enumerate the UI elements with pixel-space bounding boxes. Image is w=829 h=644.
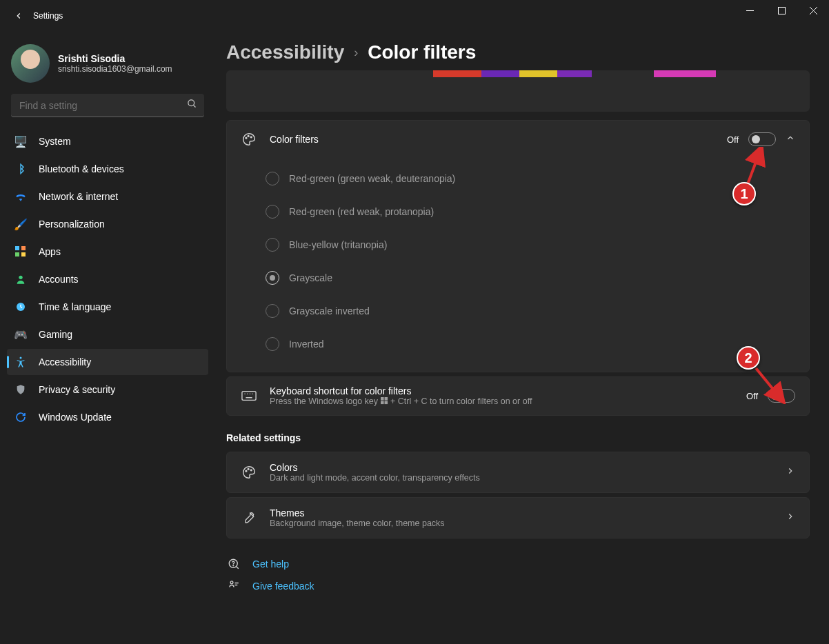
breadcrumb: Accessibility › Color filters [226, 41, 810, 63]
search-box[interactable] [11, 94, 204, 117]
sidebar-item-accessibility[interactable]: Accessibility [7, 349, 208, 375]
svg-rect-8 [15, 252, 19, 256]
time-icon [14, 300, 28, 314]
keyboard-shortcut-row[interactable]: Keyboard shortcut for color filters Pres… [227, 377, 809, 415]
minimize-button[interactable] [734, 0, 766, 21]
color-filter-options: Red-green (green weak, deuteranopia) Red… [227, 158, 809, 372]
sidebar-item-privacy[interactable]: Privacy & security [7, 376, 208, 403]
svg-rect-7 [21, 246, 26, 250]
sidebar-item-label: System [39, 136, 71, 147]
gaming-icon: 🎮 [14, 328, 28, 341]
get-help-link[interactable]: Get help [226, 552, 810, 574]
svg-point-4 [188, 100, 194, 106]
option-label: Grayscale [289, 272, 332, 283]
radio-icon [266, 238, 279, 252]
sidebar-item-label: Privacy & security [39, 384, 115, 395]
sidebar-item-bluetooth[interactable]: Bluetooth & devices [7, 156, 208, 182]
palette-icon [241, 465, 257, 480]
svg-rect-16 [242, 392, 256, 401]
related-link-subtitle: Dark and light mode, accent color, trans… [270, 473, 773, 483]
accounts-icon [14, 272, 28, 286]
sidebar-item-accounts[interactable]: Accounts [7, 266, 208, 292]
get-help-text[interactable]: Get help [252, 559, 289, 570]
svg-rect-9 [21, 252, 26, 256]
sidebar-item-time[interactable]: Time & language [7, 294, 208, 320]
color-wheel-preview [433, 70, 727, 77]
sidebar-item-personalization[interactable]: 🖌️ Personalization [7, 211, 208, 237]
chevron-right-icon [786, 512, 795, 524]
system-icon: 🖥️ [14, 134, 28, 148]
back-button[interactable] [12, 10, 25, 22]
color-filters-title: Color filters [270, 134, 715, 145]
svg-point-10 [19, 276, 22, 279]
accessibility-icon [14, 355, 28, 369]
profile-name: Srishti Sisodia [58, 53, 172, 64]
avatar [11, 44, 50, 83]
chevron-right-icon [786, 466, 795, 479]
sidebar-item-gaming[interactable]: 🎮 Gaming [7, 321, 208, 348]
option-deuteranopia[interactable]: Red-green (green weak, deuteranopia) [266, 162, 795, 195]
sidebar-item-label: Accounts [39, 274, 79, 285]
bluetooth-icon [14, 162, 28, 176]
svg-rect-22 [381, 397, 384, 401]
svg-point-14 [248, 136, 249, 137]
svg-rect-1 [778, 7, 785, 14]
chevron-up-icon[interactable] [786, 133, 795, 145]
shortcut-subtitle: Press the Windows logo key + Ctrl + C to… [270, 396, 734, 407]
svg-point-13 [246, 137, 247, 139]
option-grayscale[interactable]: Grayscale [266, 261, 795, 294]
close-button[interactable] [797, 0, 829, 21]
wifi-icon [14, 190, 28, 203]
sidebar-item-update[interactable]: Windows Update [7, 404, 208, 430]
breadcrumb-parent[interactable]: Accessibility [226, 41, 344, 63]
related-themes-card[interactable]: Themes Background image, theme color, th… [226, 497, 810, 539]
nav: 🖥️ System Bluetooth & devices Network & … [7, 128, 208, 430]
profile-email: srishti.sisodia1603@gmail.com [58, 64, 172, 74]
color-filters-header[interactable]: Color filters Off [227, 121, 809, 158]
option-label: Blue-yellow (tritanopia) [289, 239, 387, 250]
option-label: Inverted [289, 339, 324, 350]
give-feedback-text[interactable]: Give feedback [252, 581, 314, 592]
svg-point-15 [250, 137, 252, 138]
brush-icon [241, 511, 257, 525]
windows-logo-icon [381, 397, 388, 407]
option-protanopia[interactable]: Red-green (red weak, protanopia) [266, 195, 795, 228]
sidebar-item-network[interactable]: Network & internet [7, 183, 208, 210]
related-link-title: Themes [270, 507, 773, 519]
breadcrumb-current: Color filters [368, 41, 476, 63]
title-bar: Settings [0, 0, 829, 32]
option-tritanopia[interactable]: Blue-yellow (tritanopia) [266, 228, 795, 261]
option-label: Grayscale inverted [289, 305, 370, 316]
svg-point-30 [233, 565, 234, 566]
svg-line-33 [748, 151, 760, 184]
svg-point-28 [250, 470, 252, 471]
sidebar-item-apps[interactable]: Apps [7, 239, 208, 265]
window-controls [734, 0, 829, 21]
related-link-subtitle: Background image, theme color, theme pac… [270, 519, 773, 528]
annotation-marker-2: 2 [737, 346, 760, 370]
annotation-arrow-2 [753, 364, 788, 404]
shortcut-title: Keyboard shortcut for color filters [270, 385, 734, 396]
sidebar-item-label: Time & language [39, 301, 111, 312]
radio-icon [266, 271, 279, 285]
maximize-button[interactable] [766, 0, 797, 21]
color-filters-toggle[interactable] [748, 132, 776, 146]
option-grayscale-inverted[interactable]: Grayscale inverted [266, 294, 795, 328]
profile-block[interactable]: Srishti Sisodia srishti.sisodia1603@gmai… [7, 40, 208, 92]
svg-line-34 [756, 368, 781, 399]
give-feedback-link[interactable]: Give feedback [226, 574, 810, 596]
option-inverted[interactable]: Inverted [266, 328, 795, 361]
sidebar-item-system[interactable]: 🖥️ System [7, 128, 208, 154]
related-settings-heading: Related settings [226, 432, 810, 443]
svg-point-12 [20, 357, 22, 359]
sidebar: Srishti Sisodia srishti.sisodia1603@gmai… [0, 32, 215, 644]
related-colors-card[interactable]: Colors Dark and light mode, accent color… [226, 452, 810, 493]
svg-point-26 [246, 470, 247, 472]
keyboard-icon [241, 390, 257, 401]
sidebar-item-label: Apps [39, 246, 61, 257]
radio-icon [266, 172, 279, 185]
svg-line-31 [237, 566, 239, 568]
search-input[interactable] [19, 100, 187, 111]
feedback-icon [226, 580, 241, 592]
main-content: Accessibility › Color filters Color filt… [215, 32, 829, 644]
